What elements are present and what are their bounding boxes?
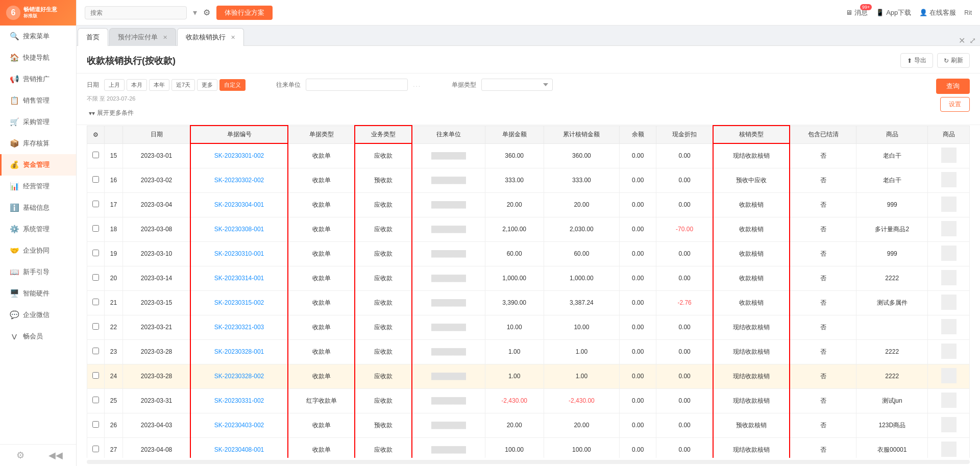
cell-checkbox[interactable] (87, 217, 105, 241)
topbar-gear-icon[interactable]: ⚙ (203, 8, 210, 17)
tab-close-all-icon[interactable]: ✕ (959, 36, 965, 45)
cell-checkbox[interactable] (87, 192, 105, 217)
cell-checkbox[interactable] (87, 388, 105, 413)
row-checkbox[interactable] (92, 299, 99, 305)
basic-label: 基础信息 (23, 203, 50, 212)
sidebar-item-search[interactable]: 🔍搜索菜单 (0, 26, 76, 47)
cell-checkbox[interactable] (87, 143, 105, 168)
row-checkbox[interactable] (92, 201, 99, 207)
row-checkbox[interactable] (92, 274, 99, 281)
bill-no-link[interactable]: SK-20230328-002 (214, 373, 264, 380)
app-label: App下载 (886, 8, 911, 17)
sidebar-collapse-btn[interactable]: ◀◀ (40, 450, 71, 461)
col-settings-icon[interactable]: ⚙ (93, 131, 99, 138)
search-icon: 🔍 (10, 32, 19, 41)
date-this-year[interactable]: 本年 (149, 79, 169, 91)
filter-settings-btn[interactable]: 设置 (940, 97, 970, 112)
sidebar-item-operations[interactable]: 📊经营管理 (0, 176, 76, 197)
bill-no-link[interactable]: SK-20230331-002 (214, 397, 264, 404)
tab-collection[interactable]: 收款核销执行 ✕ (177, 28, 244, 46)
bill-type-select[interactable] (481, 79, 553, 91)
cell-checkbox[interactable] (87, 266, 105, 290)
sidebar-item-quicknav[interactable]: 🏠快捷导航 (0, 47, 76, 68)
cell-biz-type: 应收款 (355, 192, 412, 217)
row-checkbox[interactable] (92, 397, 99, 403)
cell-checkbox[interactable] (87, 315, 105, 339)
topbar-dropdown-icon[interactable]: ▾ (193, 8, 197, 17)
horizontal-scrollbar[interactable] (87, 460, 970, 464)
row-checkbox[interactable] (92, 176, 99, 183)
cell-goods-img (928, 315, 970, 339)
row-checkbox[interactable] (92, 446, 99, 452)
cell-checkbox[interactable] (87, 168, 105, 192)
bill-no-link[interactable]: SK-20230328-001 (214, 348, 264, 355)
cell-checkbox[interactable] (87, 290, 105, 315)
date-7days[interactable]: 近7天 (172, 79, 195, 91)
cell-partner: ████████ (412, 388, 485, 413)
export-btn[interactable]: ⬆ 导出 (900, 53, 933, 68)
cell-cash-discount: 0.00 (656, 266, 713, 290)
cell-checkbox[interactable] (87, 413, 105, 437)
topbar-right: 🖥 消息 99+ 📱 App下载 👤 在线客服 Rit (846, 8, 972, 17)
sidebar-item-guide[interactable]: 📖新手引导 (0, 261, 76, 283)
cell-no: 27 (105, 437, 123, 458)
bill-no-link[interactable]: SK-20230310-001 (214, 250, 264, 257)
bill-no-link[interactable]: SK-20230308-001 (214, 226, 264, 233)
row-checkbox[interactable] (92, 421, 99, 428)
date-custom[interactable]: 自定义 (219, 79, 246, 91)
industry-btn[interactable]: 体验行业方案 (216, 6, 273, 20)
sidebar-item-system[interactable]: ⚙️系统管理 (0, 218, 76, 240)
sidebar-item-inventory[interactable]: 📦库存核算 (0, 133, 76, 154)
tab-payable-close[interactable]: ✕ (163, 34, 167, 41)
expand-btn[interactable]: ▾▾ 展开更多条件 (89, 109, 134, 117)
sidebar-item-marketing[interactable]: 📢营销推广 (0, 68, 76, 90)
date-last-month[interactable]: 上月 (104, 79, 125, 91)
bill-no-link[interactable]: SK-20230302-002 (214, 177, 264, 184)
date-more[interactable]: 更多 (197, 79, 217, 91)
topbar-search-input[interactable] (85, 6, 187, 19)
cell-date: 2023-04-03 (123, 413, 191, 437)
enterprise-icon: 🤝 (10, 246, 19, 255)
sidebar-item-purchase[interactable]: 🛒采购管理 (0, 111, 76, 133)
partner-input[interactable] (306, 79, 408, 91)
sidebar-item-enterprise[interactable]: 🤝企业协同 (0, 240, 76, 261)
cell-cash-discount: 0.00 (656, 143, 713, 168)
sidebar-item-member[interactable]: V畅会员 (0, 326, 76, 347)
bill-no-link[interactable]: SK-20230321-003 (214, 324, 264, 331)
col-settings[interactable]: ⚙ (87, 126, 105, 143)
cell-checkbox[interactable] (87, 241, 105, 266)
sidebar-item-wechat[interactable]: 💬企业微信 (0, 304, 76, 326)
sidebar-item-sales[interactable]: 📋销售管理 (0, 90, 76, 111)
sidebar-item-basic[interactable]: ℹ️基础信息 (0, 197, 76, 218)
cell-checkbox[interactable] (87, 437, 105, 458)
row-checkbox[interactable] (92, 152, 99, 158)
sidebar-item-hardware[interactable]: 🖥️智能硬件 (0, 283, 76, 304)
tab-collection-close[interactable]: ✕ (231, 34, 235, 41)
tab-home[interactable]: 首页 (78, 28, 108, 46)
cell-checkbox[interactable] (87, 364, 105, 388)
col-balance: 余额 (620, 126, 656, 143)
bill-no-link[interactable]: SK-20230314-001 (214, 275, 264, 282)
bill-no-link[interactable]: SK-20230301-002 (214, 152, 264, 159)
cell-checkbox[interactable] (87, 339, 105, 364)
sidebar-item-finance[interactable]: 💰资金管理 (0, 154, 76, 176)
date-this-month[interactable]: 本月 (127, 79, 147, 91)
bill-no-link[interactable]: SK-20230315-002 (214, 299, 264, 306)
topbar-service-btn[interactable]: 👤 在线客服 (919, 8, 956, 17)
cell-offset-type: 收款核销 (713, 266, 790, 290)
bill-no-link[interactable]: SK-20230304-001 (214, 201, 264, 208)
sidebar-settings-btn[interactable]: ⚙ (5, 450, 36, 461)
refresh-btn[interactable]: ↻ 刷新 (937, 53, 970, 68)
row-checkbox[interactable] (92, 348, 99, 354)
row-checkbox[interactable] (92, 372, 99, 379)
topbar-message-btn[interactable]: 🖥 消息 99+ (846, 8, 868, 17)
query-btn[interactable]: 查询 (936, 79, 970, 94)
tab-expand-icon[interactable]: ⤢ (969, 36, 976, 45)
tab-payable[interactable]: 预付冲应付单 ✕ (109, 28, 176, 46)
row-checkbox[interactable] (92, 323, 99, 330)
topbar-app-btn[interactable]: 📱 App下载 (876, 8, 911, 17)
row-checkbox[interactable] (92, 250, 99, 256)
bill-no-link[interactable]: SK-20230403-002 (214, 422, 264, 429)
bill-no-link[interactable]: SK-20230408-001 (214, 446, 264, 453)
row-checkbox[interactable] (92, 225, 99, 232)
